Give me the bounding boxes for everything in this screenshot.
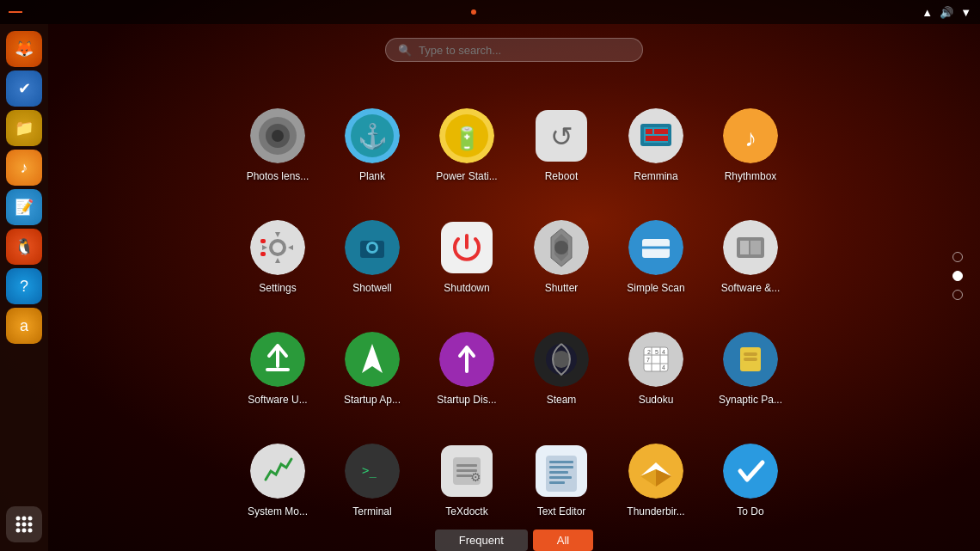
- app-label-shutter: Shutter: [545, 282, 579, 294]
- app-label-texdoctk: TeXdoctk: [445, 505, 487, 517]
- topbar: ▲ 🔊 ▼: [0, 0, 980, 24]
- sidebar-item-ubuntu[interactable]: 🐧: [6, 229, 42, 265]
- sidebar-item-amazon[interactable]: a: [6, 308, 42, 344]
- app-software-u[interactable]: Software U...: [230, 299, 325, 411]
- activities-button[interactable]: [9, 11, 22, 13]
- svg-text:⚓: ⚓: [358, 122, 388, 150]
- app-shutdown[interactable]: Shutdown: [420, 187, 514, 299]
- app-shutter[interactable]: Shutter: [514, 187, 609, 299]
- app-settings[interactable]: Settings: [230, 187, 325, 299]
- app-startup-ap[interactable]: Startup Ap...: [325, 299, 420, 411]
- sidebar-item-tasks[interactable]: ✔: [6, 70, 42, 107]
- app-icon-shutter: [534, 220, 589, 275]
- app-remmina[interactable]: Remmina: [609, 76, 703, 187]
- app-label-rhythmbox: Rhythmbox: [725, 170, 777, 182]
- app-label-plank: Plank: [359, 170, 385, 182]
- app-label-text-editor: Text Editor: [537, 505, 586, 517]
- page-dots: [952, 252, 963, 300]
- svg-point-31: [273, 242, 283, 253]
- app-icon-power-stati: 🔋: [439, 108, 494, 163]
- svg-rect-26: [646, 136, 668, 141]
- svg-point-4: [22, 523, 27, 527]
- app-synaptic-pa[interactable]: Synaptic Pa...: [703, 299, 798, 411]
- volume-icon[interactable]: 🔊: [940, 6, 953, 19]
- svg-rect-81: [549, 461, 573, 463]
- app-reboot[interactable]: ↺Reboot: [514, 76, 609, 187]
- tab-frequent[interactable]: Frequent: [435, 530, 528, 551]
- app-software[interactable]: Software &...: [703, 187, 798, 299]
- svg-point-2: [28, 517, 33, 521]
- svg-rect-75: [456, 464, 477, 467]
- app-photos-lens[interactable]: Photos lens...: [230, 76, 325, 187]
- svg-rect-24: [646, 129, 652, 134]
- app-icon-shotwell: [345, 220, 400, 275]
- app-label-shutdown: Shutdown: [444, 282, 489, 294]
- svg-point-37: [369, 244, 376, 251]
- app-icon-startup-ap: [345, 332, 400, 387]
- app-icon-reboot: ↺: [534, 108, 589, 163]
- wifi-icon[interactable]: ▲: [922, 6, 933, 19]
- svg-point-87: [723, 444, 778, 499]
- search-bar[interactable]: 🔍: [385, 38, 643, 62]
- app-label-to-do: To Do: [737, 505, 763, 517]
- svg-rect-82: [549, 466, 573, 468]
- app-label-system-mo: System Mo...: [248, 505, 308, 517]
- notification-dot: [471, 9, 476, 15]
- tab-all[interactable]: All: [533, 530, 593, 551]
- svg-text:5: 5: [655, 349, 658, 355]
- svg-text:⚙: ⚙: [470, 470, 481, 484]
- app-icon-startup-dis: [439, 332, 494, 387]
- app-system-mo[interactable]: System Mo...: [230, 411, 325, 523]
- app-label-software-u: Software U...: [248, 394, 307, 406]
- app-icon-steam: [534, 332, 589, 387]
- sidebar-item-help[interactable]: ?: [6, 268, 42, 304]
- sidebar-item-rhythmbox[interactable]: ♪: [6, 150, 42, 186]
- sidebar-item-firefox[interactable]: 🦊: [6, 31, 42, 67]
- app-icon-shutdown: [439, 220, 494, 275]
- svg-rect-69: [744, 358, 757, 361]
- svg-rect-68: [744, 352, 757, 356]
- app-label-photos-lens: Photos lens...: [247, 170, 309, 182]
- app-label-terminal: Terminal: [352, 505, 391, 517]
- svg-point-5: [28, 523, 33, 527]
- svg-point-1: [22, 517, 27, 521]
- svg-text:↺: ↺: [550, 121, 573, 152]
- app-shotwell[interactable]: Shotwell: [325, 187, 420, 299]
- app-sudoku[interactable]: 2 5 7 4 4 Sudoku: [609, 299, 703, 411]
- app-plank[interactable]: ⚓Plank: [325, 76, 420, 187]
- app-label-steam: Steam: [547, 394, 577, 406]
- svg-rect-84: [549, 476, 572, 479]
- app-startup-dis[interactable]: Startup Dis...: [420, 299, 514, 411]
- app-power-stati[interactable]: 🔋Power Stati...: [420, 76, 514, 187]
- app-icon-plank: ⚓: [345, 108, 400, 163]
- svg-rect-32: [260, 239, 266, 243]
- svg-point-0: [16, 517, 21, 521]
- app-thunderbird[interactable]: Thunderbir...: [609, 411, 703, 523]
- app-terminal[interactable]: >_ Terminal: [325, 411, 420, 523]
- page-dot-2[interactable]: [952, 290, 963, 300]
- show-apps-button[interactable]: [6, 506, 42, 542]
- page-dot-1[interactable]: [952, 271, 963, 281]
- app-texdoctk[interactable]: ⚙ TeXdoctk: [420, 411, 514, 523]
- app-icon-thunderbird: [628, 444, 683, 499]
- svg-point-3: [16, 523, 21, 527]
- svg-text:2: 2: [647, 349, 651, 355]
- system-menu-icon[interactable]: ▼: [960, 6, 971, 19]
- app-label-synaptic-pa: Synaptic Pa...: [719, 394, 782, 406]
- app-steam[interactable]: Steam: [514, 299, 609, 411]
- app-label-startup-dis: Startup Dis...: [437, 394, 496, 406]
- app-to-do[interactable]: To Do: [703, 411, 798, 523]
- svg-rect-47: [750, 241, 761, 254]
- sidebar-item-text-editor[interactable]: 📝: [6, 189, 42, 225]
- app-text-editor[interactable]: Text Editor: [514, 411, 609, 523]
- app-simple-scan[interactable]: Simple Scan: [609, 187, 703, 299]
- page-dot-0[interactable]: [952, 252, 963, 262]
- app-label-shotwell: Shotwell: [352, 282, 391, 294]
- app-icon-software: [723, 220, 778, 275]
- app-icon-software-u: [250, 332, 305, 387]
- search-input[interactable]: [419, 44, 630, 57]
- app-rhythmbox[interactable]: ♪Rhythmbox: [703, 76, 798, 187]
- svg-text:>_: >_: [362, 463, 377, 478]
- svg-point-7: [22, 529, 27, 533]
- sidebar-item-files[interactable]: 📁: [6, 110, 42, 146]
